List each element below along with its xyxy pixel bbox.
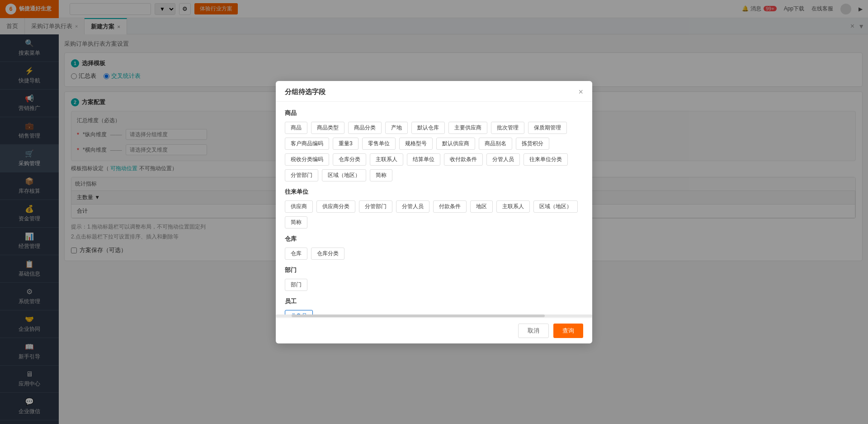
horizontal-scrollbar[interactable] xyxy=(276,314,592,317)
section-dept-title: 部门 xyxy=(285,266,583,274)
field-region1[interactable]: 区域（地区） xyxy=(322,169,366,181)
field-mgmt-dept[interactable]: 分管部门 xyxy=(359,200,392,213)
modal-body: 商品 商品 商品类型 商品分类 产地 默认仓库 主要供应商 批次管理 保质期管理… xyxy=(276,102,592,315)
field-mgmt-person[interactable]: 分管人员 xyxy=(396,200,429,213)
field-batch-mgmt[interactable]: 批次管理 xyxy=(491,122,524,134)
field-default-supplier[interactable]: 默认供应商 xyxy=(436,138,475,150)
field-payment-terms[interactable]: 收付款条件 xyxy=(444,153,483,166)
section-goods-title: 商品 xyxy=(285,109,583,117)
field-salesperson[interactable]: 业务员 xyxy=(285,310,313,315)
partner-fields: 供应商 供应商分类 分管部门 分管人员 付款条件 地区 主联系人 区域（地区） … xyxy=(285,200,583,229)
field-supplier[interactable]: 供应商 xyxy=(285,200,313,213)
field-area[interactable]: 地区 xyxy=(470,200,493,213)
field-department[interactable]: 部门 xyxy=(285,279,307,291)
scrollbar-thumb[interactable] xyxy=(292,314,545,317)
field-main-supplier[interactable]: 主要供应商 xyxy=(448,122,487,134)
field-payment-cond[interactable]: 付款条件 xyxy=(433,200,467,213)
goods-fields: 商品 商品类型 商品分类 产地 默认仓库 主要供应商 批次管理 保质期管理 客户… xyxy=(285,122,583,181)
section-warehouse-title: 仓库 xyxy=(285,235,583,243)
field-goods-type[interactable]: 商品类型 xyxy=(311,122,344,134)
field-dept-managed[interactable]: 分管部门 xyxy=(285,169,318,181)
field-warehouse-category[interactable]: 仓库分类 xyxy=(311,248,344,260)
modal-close-button[interactable]: × xyxy=(578,87,583,97)
field-goods-alias[interactable]: 商品别名 xyxy=(479,138,512,150)
scrollbar-track xyxy=(276,314,592,317)
section-employee-title: 员工 xyxy=(285,297,583,305)
field-retail-unit[interactable]: 零售单位 xyxy=(362,138,396,150)
field-partner-cat[interactable]: 往来单位分类 xyxy=(524,153,568,166)
warehouse-fields: 仓库 仓库分类 xyxy=(285,248,583,260)
field-goods-category[interactable]: 商品分类 xyxy=(348,122,382,134)
field-expiry-mgmt[interactable]: 保质期管理 xyxy=(528,122,567,134)
field-abbreviation2[interactable]: 简称 xyxy=(285,216,307,229)
modal-dialog: 分组待选字段 × 商品 商品 商品类型 商品分类 产地 默认仓库 主要供应商 批… xyxy=(276,81,592,343)
dept-fields: 部门 xyxy=(285,279,583,291)
field-abbreviation1[interactable]: 简称 xyxy=(370,169,392,181)
field-origin[interactable]: 产地 xyxy=(385,122,408,134)
section-partner-title: 往来单位 xyxy=(285,188,583,196)
field-supervisor[interactable]: 分管人员 xyxy=(486,153,520,166)
field-default-warehouse[interactable]: 默认仓库 xyxy=(411,122,445,134)
field-tax-code[interactable]: 税收分类编码 xyxy=(285,153,329,166)
confirm-button[interactable]: 查询 xyxy=(553,324,583,338)
modal-overlay[interactable]: 分组待选字段 × 商品 商品 商品类型 商品分类 产地 默认仓库 主要供应商 批… xyxy=(0,0,868,424)
field-spec-model[interactable]: 规格型号 xyxy=(399,138,433,150)
modal-footer: 取消 查询 xyxy=(276,318,592,343)
employee-fields: 业务员 xyxy=(285,310,583,315)
field-main-contact2[interactable]: 主联系人 xyxy=(496,200,530,213)
field-settle-unit[interactable]: 结算单位 xyxy=(407,153,440,166)
field-weight3[interactable]: 重量3 xyxy=(333,138,359,150)
field-region2[interactable]: 区域（地区） xyxy=(533,200,578,213)
cancel-button[interactable]: 取消 xyxy=(518,324,549,338)
modal-header: 分组待选字段 × xyxy=(276,81,592,102)
field-customer-code[interactable]: 客户商品编码 xyxy=(285,138,329,150)
field-pick-points[interactable]: 拣货积分 xyxy=(516,138,549,150)
field-warehouse[interactable]: 仓库 xyxy=(285,248,307,260)
field-warehouse-cat[interactable]: 仓库分类 xyxy=(333,153,366,166)
modal-title: 分组待选字段 xyxy=(285,88,326,96)
field-main-contact[interactable]: 主联系人 xyxy=(370,153,403,166)
field-goods[interactable]: 商品 xyxy=(285,122,307,134)
field-supplier-cat[interactable]: 供应商分类 xyxy=(316,200,355,213)
